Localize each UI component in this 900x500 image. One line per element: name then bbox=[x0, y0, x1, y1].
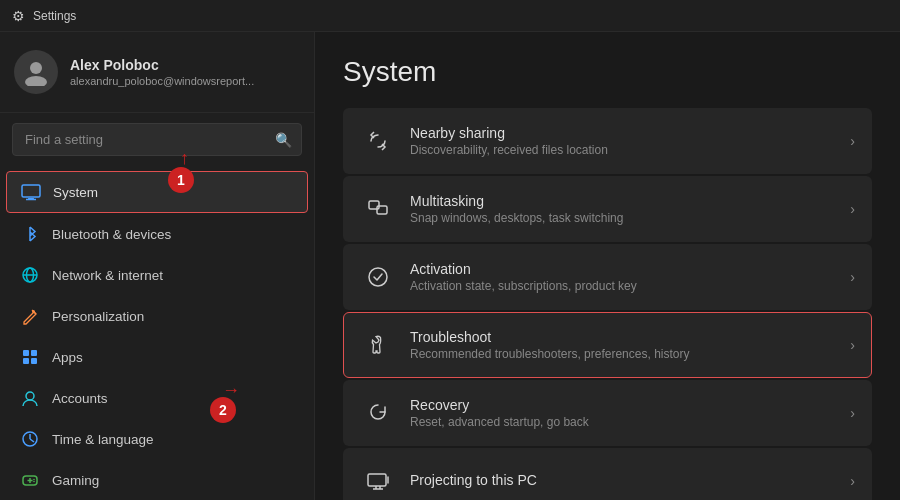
setting-nearby-sharing[interactable]: Nearby sharing Discoverability, received… bbox=[343, 108, 872, 174]
troubleshoot-icon bbox=[360, 327, 396, 363]
gaming-icon bbox=[20, 470, 40, 490]
svg-rect-10 bbox=[23, 350, 29, 356]
multitasking-text: Multitasking Snap windows, desktops, tas… bbox=[410, 193, 850, 225]
sidebar-item-gaming[interactable]: Gaming bbox=[6, 460, 308, 500]
timelanguage-icon bbox=[20, 429, 40, 449]
search-input[interactable] bbox=[12, 123, 302, 156]
svg-rect-2 bbox=[22, 185, 40, 197]
sidebar-item-gaming-label: Gaming bbox=[52, 473, 99, 488]
svg-rect-12 bbox=[23, 358, 29, 364]
multitasking-chevron: › bbox=[850, 201, 855, 217]
svg-point-9 bbox=[32, 310, 35, 313]
search-icon: 🔍 bbox=[275, 132, 292, 148]
search-box: 🔍 bbox=[12, 123, 302, 156]
svg-rect-11 bbox=[31, 350, 37, 356]
page-title: System bbox=[343, 56, 872, 88]
personalization-icon bbox=[20, 306, 40, 326]
system-icon bbox=[21, 182, 41, 202]
nav-items: System Bluetooth & devices bbox=[0, 166, 314, 500]
sidebar-item-apps[interactable]: Apps bbox=[6, 337, 308, 377]
network-icon bbox=[20, 265, 40, 285]
recovery-desc: Reset, advanced startup, go back bbox=[410, 415, 850, 429]
apps-icon bbox=[20, 347, 40, 367]
setting-multitasking[interactable]: Multitasking Snap windows, desktops, tas… bbox=[343, 176, 872, 242]
svg-point-14 bbox=[26, 392, 34, 400]
setting-recovery[interactable]: Recovery Reset, advanced startup, go bac… bbox=[343, 380, 872, 446]
svg-rect-26 bbox=[368, 474, 386, 486]
setting-projecting[interactable]: Projecting to this PC › bbox=[343, 448, 872, 500]
nearby-sharing-icon bbox=[360, 123, 396, 159]
settings-list: Nearby sharing Discoverability, received… bbox=[343, 108, 872, 500]
activation-chevron: › bbox=[850, 269, 855, 285]
sidebar-item-apps-label: Apps bbox=[52, 350, 83, 365]
user-profile[interactable]: Alex Poloboc alexandru_poloboc@windowsre… bbox=[0, 32, 314, 113]
sidebar-item-personalization[interactable]: Personalization bbox=[6, 296, 308, 336]
activation-desc: Activation state, subscriptions, product… bbox=[410, 279, 850, 293]
avatar bbox=[14, 50, 58, 94]
user-email: alexandru_poloboc@windowsreport... bbox=[70, 75, 254, 87]
title-bar: ⚙ Settings bbox=[0, 0, 900, 32]
nearby-sharing-title: Nearby sharing bbox=[410, 125, 850, 141]
sidebar-item-system-label: System bbox=[53, 185, 98, 200]
projecting-chevron: › bbox=[850, 473, 855, 489]
activation-title: Activation bbox=[410, 261, 850, 277]
nearby-sharing-text: Nearby sharing Discoverability, received… bbox=[410, 125, 850, 157]
recovery-text: Recovery Reset, advanced startup, go bac… bbox=[410, 397, 850, 429]
svg-line-17 bbox=[30, 439, 34, 442]
nearby-sharing-desc: Discoverability, received files location bbox=[410, 143, 850, 157]
nearby-sharing-chevron: › bbox=[850, 133, 855, 149]
sidebar-item-network[interactable]: Network & internet bbox=[6, 255, 308, 295]
recovery-chevron: › bbox=[850, 405, 855, 421]
bluetooth-icon bbox=[20, 224, 40, 244]
troubleshoot-title: Troubleshoot bbox=[410, 329, 850, 345]
multitasking-desc: Snap windows, desktops, task switching bbox=[410, 211, 850, 225]
sidebar-item-bluetooth-label: Bluetooth & devices bbox=[52, 227, 171, 242]
activation-text: Activation Activation state, subscriptio… bbox=[410, 261, 850, 293]
user-info: Alex Poloboc alexandru_poloboc@windowsre… bbox=[70, 57, 254, 87]
projecting-title: Projecting to this PC bbox=[410, 472, 850, 488]
projecting-icon bbox=[360, 463, 396, 499]
sidebar-item-network-label: Network & internet bbox=[52, 268, 163, 283]
activation-icon bbox=[360, 259, 396, 295]
accounts-icon bbox=[20, 388, 40, 408]
multitasking-icon bbox=[360, 191, 396, 227]
svg-point-21 bbox=[33, 479, 35, 481]
svg-rect-13 bbox=[31, 358, 37, 364]
main-layout: Alex Poloboc alexandru_poloboc@windowsre… bbox=[0, 32, 900, 500]
multitasking-title: Multitasking bbox=[410, 193, 850, 209]
recovery-title: Recovery bbox=[410, 397, 850, 413]
troubleshoot-text: Troubleshoot Recommended troubleshooters… bbox=[410, 329, 850, 361]
window-title: Settings bbox=[33, 9, 76, 23]
svg-point-22 bbox=[33, 481, 35, 483]
user-name: Alex Poloboc bbox=[70, 57, 254, 73]
troubleshoot-desc: Recommended troubleshooters, preferences… bbox=[410, 347, 850, 361]
setting-activation[interactable]: Activation Activation state, subscriptio… bbox=[343, 244, 872, 310]
sidebar-item-bluetooth[interactable]: Bluetooth & devices bbox=[6, 214, 308, 254]
svg-point-25 bbox=[369, 268, 387, 286]
troubleshoot-chevron: › bbox=[850, 337, 855, 353]
sidebar-item-timelanguage[interactable]: Time & language bbox=[6, 419, 308, 459]
sidebar-item-personalization-label: Personalization bbox=[52, 309, 144, 324]
projecting-text: Projecting to this PC bbox=[410, 472, 850, 490]
recovery-icon bbox=[360, 395, 396, 431]
main-content: System Nearby sharing Discoverability, r… bbox=[315, 32, 900, 500]
svg-point-0 bbox=[30, 62, 42, 74]
sidebar-item-system[interactable]: System bbox=[6, 171, 308, 213]
sidebar-item-accounts-label: Accounts bbox=[52, 391, 108, 406]
settings-window-icon: ⚙ bbox=[12, 8, 25, 24]
setting-troubleshoot[interactable]: Troubleshoot Recommended troubleshooters… bbox=[343, 312, 872, 378]
svg-point-1 bbox=[25, 76, 47, 86]
sidebar-item-accounts[interactable]: Accounts bbox=[6, 378, 308, 418]
sidebar: Alex Poloboc alexandru_poloboc@windowsre… bbox=[0, 32, 315, 500]
sidebar-item-timelanguage-label: Time & language bbox=[52, 432, 154, 447]
